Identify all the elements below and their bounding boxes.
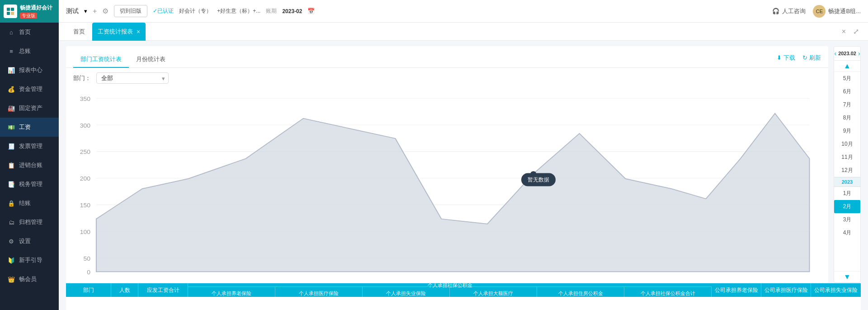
chart-svg: 350 300 250 200 150 100 50 0 [73, 88, 821, 279]
svg-rect-2 [7, 12, 10, 15]
date-item-11[interactable]: 11月 [834, 151, 860, 164]
refresh-icon: ↻ [802, 54, 807, 61]
sidebar-item-reports[interactable]: 📊 报表中心 [0, 61, 59, 80]
date-item-2-active[interactable]: 2月 [834, 200, 860, 213]
tab-close-btn[interactable]: × [137, 28, 140, 35]
date-item-1[interactable]: 1月 [834, 187, 860, 200]
logo-icon [4, 5, 17, 18]
content-row: 部门工资统计表 月份统计表 ⬇ 下载 [66, 46, 861, 283]
svg-text:350: 350 [80, 96, 90, 102]
svg-text:300: 300 [80, 122, 90, 129]
svg-point-20 [530, 171, 536, 176]
home-icon: ⌂ [7, 28, 15, 36]
member-icon: 👑 [7, 275, 15, 283]
sidebar-item-archive[interactable]: 🗂 归档管理 [0, 213, 59, 232]
date-item-3[interactable]: 3月 [834, 213, 860, 226]
date-up-btn[interactable]: ▲ [834, 61, 860, 72]
sidebar-item-salary[interactable]: 💵 工资 [0, 118, 59, 137]
date-next-icon[interactable]: › [857, 50, 861, 57]
calendar-icon[interactable]: 📅 [307, 8, 315, 14]
sidebar-item-home[interactable]: ⌂ 首页 [0, 23, 59, 42]
window-close-btn[interactable]: × [840, 27, 848, 37]
chart-toolbar: 部门： 全部 [66, 68, 828, 88]
topbar-project: 测试 [66, 7, 79, 15]
sub-tab-monthly[interactable]: 月份统计表 [129, 52, 173, 68]
window-expand-btn[interactable]: ⤢ [851, 26, 861, 37]
topbar-add-icon[interactable]: + [93, 7, 97, 15]
date-down-btn[interactable]: ▼ [834, 271, 860, 282]
date-item-4[interactable]: 4月 [834, 226, 860, 239]
sidebar-item-close[interactable]: 🔒 结账 [0, 194, 59, 213]
date-item-8[interactable]: 8月 [834, 111, 860, 124]
th-personal-total: 个人承担社保公积金合计 [624, 287, 712, 300]
sidebar-logo: 畅捷通好会计 专业版 [0, 0, 59, 23]
user-menu[interactable]: CE 畅捷通B组... [813, 5, 861, 18]
sidebar-item-member[interactable]: 👑 畅会员 [0, 270, 59, 289]
tax-icon: 📑 [7, 180, 15, 188]
th-dept: 部门 [66, 283, 111, 297]
bottom-table: 部门 人数 应发工资合计 个人承担社保公积金 个人承担养老保险 个人承担医疗保险… [66, 283, 861, 310]
svg-text:100: 100 [80, 229, 90, 235]
app-container: 畅捷通好会计 专业版 ⌂ 首页 ≡ 总账 📊 报表中心 💰 资金管理 🏭 固定资… [0, 0, 868, 310]
sidebar-item-guide[interactable]: 🔰 新手引导 [0, 251, 59, 270]
funds-icon: 💰 [7, 85, 15, 93]
window-controls: × ⤢ [840, 26, 861, 37]
date-prev-icon[interactable]: ‹ [834, 50, 837, 57]
invoice-icon: 🧾 [7, 142, 15, 150]
dept-select[interactable]: 全部 [96, 72, 169, 84]
th-personal-unemployment: 个人承担失业保险 [363, 287, 450, 300]
tab-salary-report[interactable]: 工资统计报表 × [92, 23, 146, 41]
topbar-settings-icon[interactable]: ⚙ [102, 7, 108, 15]
sidebar-item-funds[interactable]: 💰 资金管理 [0, 80, 59, 99]
support-btn[interactable]: 🎧 人工咨询 [772, 7, 806, 15]
th-count: 人数 [111, 283, 138, 297]
date-item-5[interactable]: 5月 [834, 72, 860, 85]
period-value: 2023-02 [282, 8, 302, 14]
dept-label: 部门： [73, 74, 91, 82]
sales-icon: 📋 [7, 161, 15, 169]
page-body: 部门工资统计表 月份统计表 ⬇ 下载 [59, 41, 868, 310]
svg-text:200: 200 [80, 176, 90, 182]
guide-icon: 🔰 [7, 256, 15, 264]
date-item-6[interactable]: 6月 [834, 85, 860, 98]
sidebar-item-assets[interactable]: 🏭 固定资产 [0, 99, 59, 118]
th-personal-large-medical: 个人承担大额医疗 [450, 287, 537, 300]
date-item-12[interactable]: 12月 [834, 164, 860, 177]
main-area: 测试 ▾ + ⚙ 切到旧版 ✓已认证 好会计（专） +好生意（标）+... 账期… [59, 0, 868, 310]
topbar-right: 🎧 人工咨询 CE 畅捷通B组... [772, 5, 861, 18]
sidebar: 畅捷通好会计 专业版 ⌂ 首页 ≡ 总账 📊 报表中心 💰 资金管理 🏭 固定资… [0, 0, 59, 310]
date-item-7[interactable]: 7月 [834, 98, 860, 111]
tabs-bar: 首页 工资统计报表 × × ⤢ [59, 23, 868, 41]
project-dropdown[interactable]: ▾ [84, 8, 87, 14]
archive-icon: 🗂 [7, 218, 15, 226]
settings-icon: ⚙ [7, 237, 15, 245]
switch-old-btn[interactable]: 切到旧版 [114, 5, 147, 17]
th-company-unemployment: 公司承担失业保险 [811, 283, 861, 297]
dept-select-wrapper: 全部 [96, 72, 169, 84]
date-panel: ‹ 2023.02 › ▲ 5月 6月 7月 8月 9月 10月 11月 1 [834, 46, 861, 283]
sidebar-item-invoice[interactable]: 🧾 发票管理 [0, 137, 59, 156]
date-item-10[interactable]: 10月 [834, 138, 860, 151]
ledger-icon: ≡ [7, 47, 15, 55]
th-personal-pension: 个人承担养老保险 [188, 287, 275, 300]
refresh-btn[interactable]: ↻ 刷新 [802, 54, 821, 62]
reports-icon: 📊 [7, 66, 15, 74]
sub-tab-dept[interactable]: 部门工资统计表 [73, 52, 129, 68]
sidebar-item-sales[interactable]: 📋 进销台账 [0, 156, 59, 175]
topbar: 测试 ▾ + ⚙ 切到旧版 ✓已认证 好会计（专） +好生意（标）+... 账期… [59, 0, 868, 23]
sidebar-item-ledger[interactable]: ≡ 总账 [0, 42, 59, 61]
download-btn[interactable]: ⬇ 下载 [777, 54, 795, 62]
tab-home[interactable]: 首页 [66, 23, 92, 41]
th-personal-housing: 个人承担住房公积金 [537, 287, 624, 300]
svg-text:0: 0 [87, 269, 90, 276]
svg-rect-0 [7, 8, 10, 11]
sidebar-item-tax[interactable]: 📑 税务管理 [0, 175, 59, 194]
status-good-business: +好生意（标）+... [217, 7, 260, 15]
avatar: CE [813, 5, 826, 18]
sub-tabs: 部门工资统计表 月份统计表 ⬇ 下载 [66, 46, 828, 68]
svg-text:50: 50 [84, 256, 91, 262]
status-certified: ✓已认证 [153, 7, 174, 15]
date-item-9[interactable]: 9月 [834, 124, 860, 138]
sidebar-item-settings[interactable]: ⚙ 设置 [0, 232, 59, 251]
chart-actions: ⬇ 下载 ↻ 刷新 [777, 54, 821, 66]
